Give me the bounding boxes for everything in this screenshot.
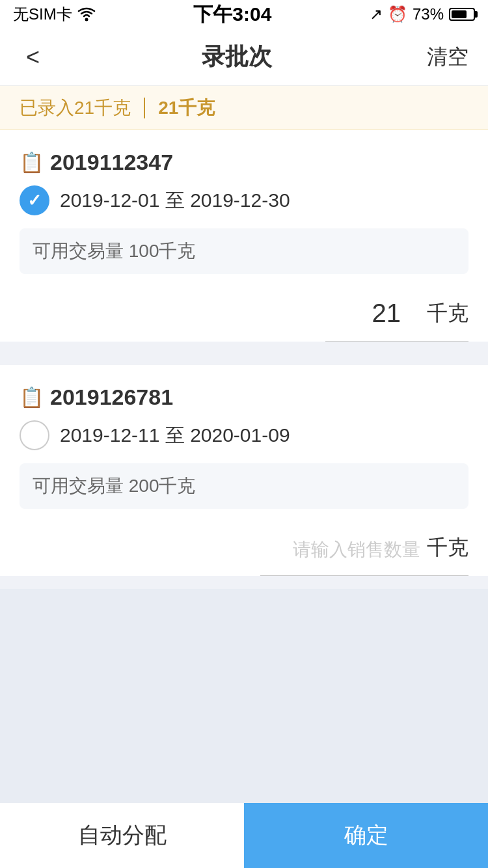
batch1-row: 2019-12-01 至 2019-12-30	[20, 185, 468, 215]
battery-icon	[449, 8, 475, 21]
gray-area	[0, 589, 488, 823]
batch2-header: 📋 2019126781	[20, 385, 468, 410]
location-icon: ↗	[370, 5, 383, 23]
batch2-available: 可用交易量 200千克	[20, 463, 468, 509]
page-title: 录批次	[202, 41, 272, 73]
status-left: 无SIM卡	[13, 4, 96, 25]
back-button[interactable]: <	[20, 37, 46, 77]
batch1-underline	[325, 341, 468, 342]
battery-percent: 73%	[413, 5, 444, 23]
batch1-id: 2019112347	[50, 150, 173, 175]
batch2-row: 2019-12-11 至 2020-01-09	[20, 420, 468, 450]
batch1-card: 📋 2019112347 2019-12-01 至 2019-12-30 可用交…	[0, 130, 488, 342]
bottom-bar: 自动分配 确定	[0, 803, 488, 868]
batch2-id: 2019126781	[50, 385, 173, 410]
batch1-radio[interactable]	[20, 185, 49, 215]
batch1-quantity-value: 21	[372, 299, 401, 328]
status-time: 下午3:04	[193, 1, 271, 28]
batch2-unit: 千克	[427, 534, 468, 562]
nav-bar: < 录批次 清空	[0, 29, 488, 86]
batch1-quantity-section: 21 千克	[20, 287, 468, 334]
svg-point-0	[85, 18, 88, 21]
card-separator-1	[0, 355, 488, 365]
info-divider	[144, 98, 145, 118]
batch2-card: 📋 2019126781 2019-12-11 至 2020-01-09 可用交…	[0, 365, 488, 576]
auto-distribute-button[interactable]: 自动分配	[0, 803, 244, 868]
carrier-text: 无SIM卡	[13, 4, 72, 25]
batch1-date: 2019-12-01 至 2019-12-30	[60, 187, 290, 214]
batch1-icon: 📋	[20, 151, 44, 174]
wifi-icon	[77, 7, 96, 21]
info-value: 21千克	[158, 96, 215, 120]
batch2-quantity-section: 千克	[20, 522, 468, 569]
batch1-available: 可用交易量 100千克	[20, 228, 468, 274]
batch2-underline	[260, 575, 468, 576]
batch2-date: 2019-12-11 至 2020-01-09	[60, 422, 290, 449]
clear-button[interactable]: 清空	[427, 43, 468, 72]
batch1-header: 📋 2019112347	[20, 150, 468, 175]
status-bar: 无SIM卡 下午3:04 ↗ ⏰ 73%	[0, 0, 488, 29]
batch2-quantity-input[interactable]	[290, 534, 420, 562]
batch2-radio[interactable]	[20, 420, 49, 450]
alarm-icon: ⏰	[388, 5, 407, 23]
batch2-icon: 📋	[20, 386, 44, 409]
confirm-button[interactable]: 确定	[244, 803, 488, 868]
status-right: ↗ ⏰ 73%	[370, 5, 475, 23]
info-label: 已录入21千克	[20, 96, 131, 120]
info-banner: 已录入21千克 21千克	[0, 86, 488, 130]
batch1-unit: 千克	[427, 299, 468, 328]
